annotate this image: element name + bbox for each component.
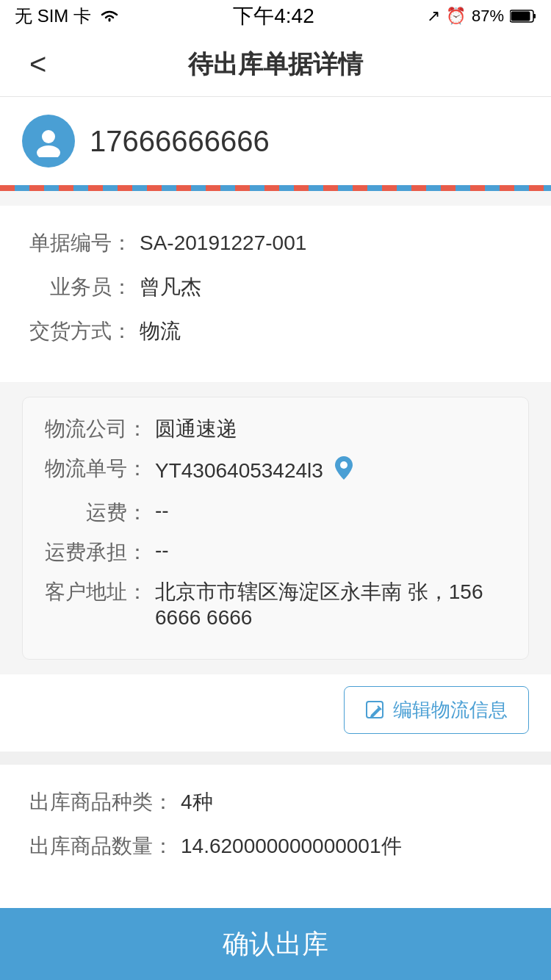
confirm-bar[interactable]: 确认出库 — [0, 908, 551, 980]
svg-point-4 — [37, 145, 60, 157]
logistics-tracking-value: YT43064053424l3 — [155, 455, 506, 487]
goods-quantity-label: 出库商品数量： — [29, 831, 173, 862]
svg-rect-2 — [533, 14, 536, 18]
delivery-label: 交货方式： — [29, 316, 132, 347]
alarm-icon: ⏰ — [446, 7, 466, 26]
status-right: ↗ ⏰ 87% — [427, 7, 536, 26]
goods-types-value: 4种 — [181, 787, 522, 818]
nav-bar: < 待出库单据详情 — [0, 32, 551, 97]
order-no-value: SA-20191227-001 — [140, 228, 522, 259]
edit-icon — [365, 700, 386, 721]
logistics-card: 物流公司： 圆通速递 物流单号： YT43064053424l3 运费： -- … — [22, 397, 529, 660]
order-no-row: 单据编号： SA-20191227-001 — [29, 228, 522, 259]
location-icon: ↗ — [427, 7, 440, 26]
order-info-section: 单据编号： SA-20191227-001 业务员： 曾凡杰 交货方式： 物流 — [0, 206, 551, 382]
freight-bearer-row: 运费承担： -- — [45, 538, 506, 566]
confirm-button[interactable]: 确认出库 — [223, 926, 328, 962]
freight-row: 运费： -- — [45, 499, 506, 527]
address-label: 客户地址： — [45, 578, 148, 606]
carrier-text: 无 SIM 卡 — [15, 4, 91, 28]
goods-types-row: 出库商品种类： 4种 — [29, 787, 522, 818]
tracking-location-icon[interactable] — [332, 455, 356, 487]
status-time: 下午4:42 — [233, 2, 314, 30]
delivery-row: 交货方式： 物流 — [29, 316, 522, 347]
dashed-divider — [0, 185, 551, 191]
salesman-value: 曾凡杰 — [140, 272, 522, 303]
goods-quantity-value: 14.620000000000001件 — [181, 831, 522, 862]
goods-types-label: 出库商品种类： — [29, 787, 173, 818]
status-bar: 无 SIM 卡 下午4:42 ↗ ⏰ 87% — [0, 0, 551, 32]
address-value: 北京市市辖区海淀区永丰南 张，156 6666 6666 — [155, 578, 506, 630]
customer-phone: 17666666666 — [90, 125, 270, 158]
battery-percentage: 87% — [472, 7, 504, 26]
logistics-company-row: 物流公司： 圆通速递 — [45, 415, 506, 443]
svg-point-3 — [42, 130, 55, 143]
goods-section: 出库商品种类： 4种 出库商品数量： 14.620000000000001件 — [0, 765, 551, 897]
section-divider — [0, 752, 551, 765]
logistics-company-label: 物流公司： — [45, 415, 148, 443]
delivery-value: 物流 — [140, 316, 522, 347]
goods-quantity-row: 出库商品数量： 14.620000000000001件 — [29, 831, 522, 862]
salesman-row: 业务员： 曾凡杰 — [29, 272, 522, 303]
freight-bearer-value: -- — [155, 538, 506, 562]
page-title: 待出库单据详情 — [188, 48, 363, 82]
status-carrier: 无 SIM 卡 — [15, 4, 120, 28]
salesman-label: 业务员： — [29, 272, 132, 303]
svg-point-5 — [340, 461, 347, 469]
address-row: 客户地址： 北京市市辖区海淀区永丰南 张，156 6666 6666 — [45, 578, 506, 630]
wifi-icon — [98, 9, 120, 24]
back-button[interactable]: < — [15, 40, 61, 88]
freight-bearer-label: 运费承担： — [45, 538, 148, 566]
freight-value: -- — [155, 499, 506, 522]
order-no-label: 单据编号： — [29, 228, 132, 259]
edit-logistics-button[interactable]: 编辑物流信息 — [344, 686, 529, 734]
edit-logistics-area: 编辑物流信息 — [0, 674, 551, 752]
logistics-tracking-row: 物流单号： YT43064053424l3 — [45, 455, 506, 487]
logistics-tracking-label: 物流单号： — [45, 455, 148, 483]
avatar — [22, 115, 75, 167]
customer-header: 17666666666 — [0, 97, 551, 185]
logistics-company-value: 圆通速递 — [155, 415, 506, 443]
svg-rect-1 — [511, 12, 530, 21]
battery-icon — [510, 10, 536, 23]
freight-label: 运费： — [45, 499, 148, 527]
